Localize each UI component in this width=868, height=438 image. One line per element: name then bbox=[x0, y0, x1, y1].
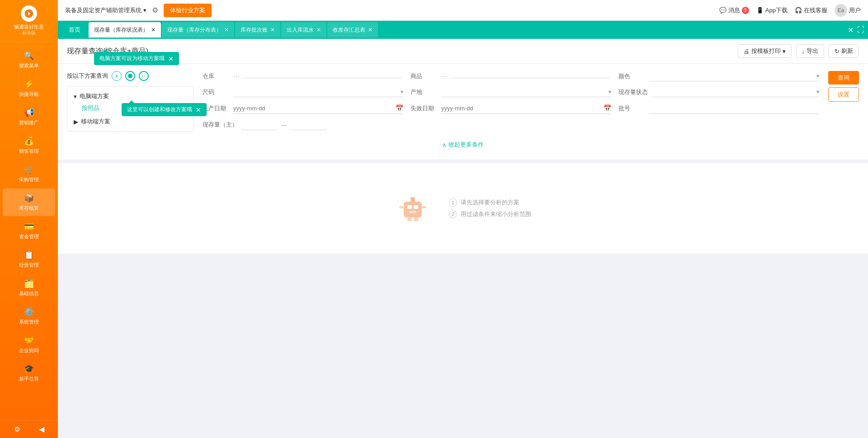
settings-icon[interactable]: ⚙ bbox=[152, 6, 158, 14]
filter-circle-button[interactable] bbox=[125, 71, 135, 81]
sidebar-logo: 畅通道好生意 标准版 bbox=[0, 0, 58, 42]
svg-rect-7 bbox=[422, 206, 426, 208]
tab-fullscreen-icon[interactable]: ⛶ bbox=[857, 26, 864, 34]
online-service-item[interactable]: 🎧 在线客服 bbox=[795, 6, 827, 14]
system-select[interactable]: 装备及固定资产辅助管理系统 ▾ bbox=[65, 6, 146, 14]
message-item[interactable]: 💬 消息 9 bbox=[719, 6, 749, 14]
sidebar-item-quick-nav[interactable]: ⚡ 快捷导航 bbox=[3, 75, 55, 102]
tab-recv-summary[interactable]: 收发存汇总表 ✕ bbox=[327, 22, 378, 38]
sidebar-collapse-btn[interactable]: ◀ bbox=[39, 425, 44, 433]
tab-inventory-dist[interactable]: 现存量（库存分布表） ✕ bbox=[162, 22, 234, 38]
guide-icon: 🎓 bbox=[24, 364, 34, 374]
experience-button[interactable]: 体验行业方案 bbox=[164, 4, 212, 17]
expire-date-label: 失效日期 bbox=[410, 104, 438, 113]
product-label: 商品 bbox=[410, 72, 438, 80]
stock-qty-min-field[interactable] bbox=[241, 119, 278, 130]
sidebar-item-basic[interactable]: 🗂️ 基础信息 bbox=[3, 274, 55, 301]
product-more-icon[interactable]: ··· bbox=[441, 72, 447, 80]
sidebar-settings-btn[interactable]: ⚙ bbox=[14, 425, 20, 433]
size-select[interactable]: ▾ bbox=[233, 87, 403, 97]
hint-text-2: 用过滤条件来缩小分析范围 bbox=[461, 210, 531, 218]
tab-close-icon[interactable]: ✕ bbox=[224, 27, 229, 33]
tooltip-close-icon[interactable]: ✕ bbox=[168, 55, 174, 62]
warehouse-select[interactable] bbox=[243, 74, 403, 78]
sidebar-item-enterprise[interactable]: 🤝 企业协同 bbox=[3, 331, 55, 358]
search-button[interactable]: 查询 bbox=[828, 71, 859, 85]
scheme-item-mobile[interactable]: ▶ 移动端方案 bbox=[71, 116, 189, 127]
collapse-label: 收起更多条件 bbox=[448, 141, 484, 149]
avatar: Ea bbox=[835, 4, 847, 17]
tooltip-scheme-create: 这里可以创建和修改方案哦 ✕ bbox=[122, 103, 207, 116]
chevron-up-icon: ∧ bbox=[442, 141, 447, 148]
scheme-mobile-label: 移动端方案 bbox=[81, 118, 110, 126]
sidebar-item-label: 资金管理 bbox=[19, 233, 39, 240]
filter-item-expire-date: 失效日期 📅 bbox=[410, 103, 611, 114]
app-download-item[interactable]: 📱 App下载 bbox=[756, 6, 788, 14]
sidebar-item-operation[interactable]: 📋 经营管理 bbox=[3, 245, 55, 273]
tab-home[interactable]: 首页 bbox=[61, 21, 88, 39]
batch-label: 批号 bbox=[618, 104, 646, 113]
main-content: 装备及固定资产辅助管理系统 ▾ ⚙ 体验行业方案 💬 消息 9 📱 App下载 … bbox=[58, 0, 868, 438]
tab-close-icon[interactable]: ✕ bbox=[151, 27, 156, 33]
quick-nav-icon: ⚡ bbox=[24, 79, 34, 89]
tab-close-all-icon[interactable]: ✕ bbox=[848, 26, 854, 34]
user-label: 用户 bbox=[849, 6, 861, 14]
empty-state-container: 1 请先选择要分析的方案 2 用过滤条件来缩小分析范围 bbox=[58, 163, 868, 254]
search-menu-icon: 🔍 bbox=[24, 51, 34, 61]
sidebar-item-finance[interactable]: 💳 资金管理 bbox=[3, 217, 55, 245]
tab-inventory-status[interactable]: 现存量（库存状况表） ✕ bbox=[89, 22, 161, 38]
print-button[interactable]: 🖨 按模板打印 ▾ bbox=[738, 44, 792, 58]
filter-row-2: 尺码 ▾ 产地 ▾ bbox=[203, 87, 819, 97]
message-badge: 9 bbox=[742, 7, 749, 14]
warehouse-more-icon[interactable]: ··· bbox=[233, 72, 239, 80]
sidebar-item-guide[interactable]: 🎓 新手引导 bbox=[3, 359, 55, 387]
sidebar-item-label: 企业协同 bbox=[19, 347, 39, 354]
tooltip2-close-icon[interactable]: ✕ bbox=[196, 106, 201, 113]
hint-num-1: 1 bbox=[449, 198, 457, 207]
filter-item-stock-qty: 现存量（主） — bbox=[203, 119, 403, 130]
sidebar-item-label: 库存核算 bbox=[19, 205, 39, 212]
color-select[interactable]: ▾ bbox=[649, 71, 819, 81]
filter-item-origin: 产地 ▾ bbox=[410, 87, 611, 97]
product-select[interactable] bbox=[451, 74, 611, 78]
tab-close-icon[interactable]: ✕ bbox=[368, 27, 373, 33]
sidebar-item-search-menu[interactable]: 🔍 搜索菜单 bbox=[3, 46, 55, 74]
expire-date-input[interactable]: 📅 bbox=[441, 103, 611, 114]
collapse-bar[interactable]: ∧ 收起更多条件 bbox=[67, 137, 859, 152]
expire-date-field[interactable] bbox=[441, 105, 602, 112]
stock-status-select[interactable]: ▾ bbox=[651, 87, 819, 97]
tab-close-icon[interactable]: ✕ bbox=[316, 27, 321, 33]
sidebar-item-inventory[interactable]: 📦 库存核算 bbox=[3, 188, 55, 216]
enterprise-icon: 🤝 bbox=[24, 335, 34, 345]
tab-batch-ledger[interactable]: 库存批次账 ✕ bbox=[235, 22, 280, 38]
size-dropdown-icon: ▾ bbox=[401, 89, 403, 95]
tooltip-text: 电脑方案可设为移动方案哦 bbox=[99, 55, 165, 62]
user-item[interactable]: Ea 用户 bbox=[835, 4, 861, 17]
tab-close-icon[interactable]: ✕ bbox=[270, 27, 275, 33]
sidebar-item-system[interactable]: ⚙️ 系统管理 bbox=[3, 302, 55, 330]
tab-in-out-flow[interactable]: 出入库流水 ✕ bbox=[281, 22, 326, 38]
logo-text: 畅通道好生意 bbox=[14, 24, 44, 30]
tab-label: 库存批次账 bbox=[241, 26, 268, 34]
batch-field[interactable] bbox=[649, 103, 819, 114]
sidebar-item-label: 新手引导 bbox=[19, 376, 39, 382]
expire-date-calendar-icon[interactable]: 📅 bbox=[604, 104, 611, 112]
export-button[interactable]: ↓ 导出 bbox=[796, 44, 825, 58]
basic-icon: 🗂️ bbox=[24, 278, 34, 288]
print-dropdown-icon: ▾ bbox=[783, 48, 786, 55]
sidebar-item-purchase[interactable]: 🛒 采购管理 bbox=[3, 160, 55, 188]
origin-select[interactable]: ▾ bbox=[441, 87, 611, 97]
filter-add-button[interactable]: + bbox=[112, 71, 122, 81]
sidebar-item-marketing[interactable]: 📢 营销推广 bbox=[3, 103, 55, 131]
empty-illustration bbox=[395, 190, 431, 226]
sidebar-item-sales[interactable]: 💰 销售管理 bbox=[3, 132, 55, 159]
prod-date-calendar-icon[interactable]: 📅 bbox=[396, 104, 403, 112]
filter-settings-button[interactable]: 设置 bbox=[828, 87, 859, 102]
filter-arrow-button[interactable]: ← bbox=[139, 71, 149, 81]
prod-date-input[interactable]: 📅 bbox=[233, 103, 403, 114]
filter-row-1: 仓库 ··· 商品 ··· bbox=[203, 71, 819, 81]
stock-qty-max-field[interactable] bbox=[291, 119, 327, 130]
printer-icon: 🖨 bbox=[744, 48, 750, 55]
prod-date-field[interactable] bbox=[233, 105, 394, 112]
refresh-button[interactable]: ↻ 刷新 bbox=[829, 44, 859, 58]
